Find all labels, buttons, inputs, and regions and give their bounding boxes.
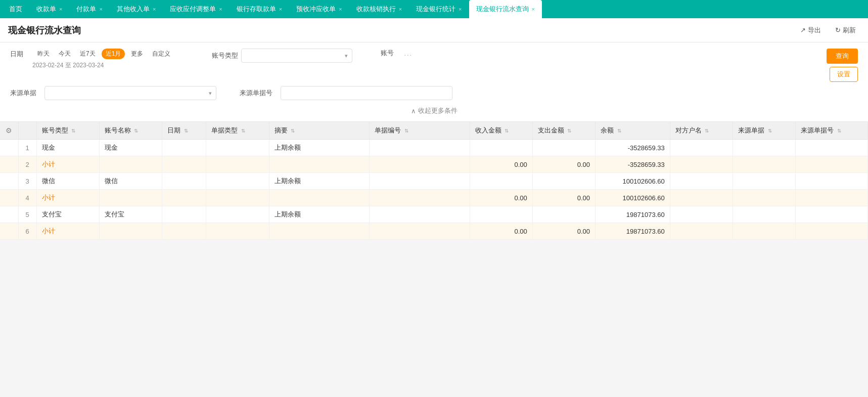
date-7days[interactable]: 近7天 [77,49,99,59]
nav-tab-stats[interactable]: 现金银行统计 × [409,0,469,18]
table-container: ⚙ 账号类型 ⇅ 账号名称 ⇅ 日期 ⇅ 单据类型 ⇅ [0,122,868,240]
close-icon[interactable]: × [532,0,535,18]
row-account-type: 现金 [36,140,99,156]
sort-icon[interactable]: ⇅ [837,128,841,134]
nav-tab-collection[interactable]: 收款核销执行 × [349,0,409,18]
date-label: 日期 [10,50,30,59]
row-balance: 100102606.60 [596,190,670,206]
row-counterparty [670,206,733,223]
row-counterparty [670,140,733,156]
account-type-select[interactable]: ▾ [241,49,352,63]
date-1month[interactable]: 近1月 [102,49,125,59]
date-shortcuts: 昨天 今天 近7天 近1月 更多 自定义 [34,49,173,59]
row-voucher-type [206,156,269,173]
row-index: 5 [18,206,36,223]
query-button[interactable]: 查询 [827,49,858,64]
row-index: 1 [18,140,36,156]
column-settings-button[interactable]: ⚙ [6,126,12,135]
close-icon[interactable]: × [219,0,222,18]
page-title: 现金银行流水查询 [8,24,81,36]
row-income: 0.00 [470,223,532,240]
table-row[interactable]: 4小计0.000.00100102606.60 [0,190,868,206]
sort-icon[interactable]: ⇅ [241,128,245,134]
nav-tab-shoukuan[interactable]: 收款单 × [29,0,69,18]
nav-tab-adjustment[interactable]: 应收应付调整单 × [163,0,229,18]
source-voucher-num-label: 来源单据号 [240,89,272,98]
sort-icon[interactable]: ⇅ [184,128,188,134]
source-voucher-select[interactable]: ▾ [44,86,216,100]
nav-tab-flowquery[interactable]: 现金银行流水查询 × [469,0,542,18]
table-row[interactable]: 2小计0.000.00-3528659.33 [0,156,868,173]
row-source-voucher-no [796,223,868,240]
row-income: 0.00 [470,156,532,173]
refresh-button[interactable]: ↻ 刷新 [831,24,860,37]
close-icon[interactable]: × [99,0,102,18]
row-summary: 上期余额 [269,206,370,223]
row-date [162,140,206,156]
row-balance: 19871073.60 [596,206,670,223]
row-source-voucher [733,140,795,156]
sort-icon[interactable]: ⇅ [505,128,509,134]
row-counterparty [670,156,733,173]
close-icon[interactable]: × [399,0,402,18]
row-account-name: 微信 [99,173,162,190]
sort-icon[interactable]: ⇅ [71,128,75,134]
sort-icon[interactable]: ⇅ [705,128,709,134]
date-yesterday[interactable]: 昨天 [34,49,53,59]
export-button[interactable]: ↗ 导出 [796,24,825,37]
row-date [162,206,206,223]
sort-icon[interactable]: ⇅ [617,128,621,134]
sort-icon[interactable]: ⇅ [404,128,408,134]
row-index: 3 [18,173,36,190]
date-more[interactable]: 更多 [128,49,146,59]
row-voucher-type [206,190,269,206]
row-gear-cell [0,190,18,206]
col-index [18,122,36,140]
row-counterparty [670,173,733,190]
row-voucher-type [206,223,269,240]
source-voucher-num-input[interactable] [281,86,452,100]
row-source-voucher-no [796,156,868,173]
sort-icon[interactable]: ⇅ [768,128,772,134]
settings-button[interactable]: 设置 [830,67,858,82]
nav-tab-bank-deposit[interactable]: 银行存取款单 × [230,0,289,18]
sort-icon[interactable]: ⇅ [567,128,571,134]
row-expense: 0.00 [532,190,595,206]
row-voucher-no [370,223,470,240]
col-account-name: 账号名称 ⇅ [99,122,162,140]
close-icon[interactable]: × [459,0,462,18]
table-row[interactable]: 3微信微信上期余额100102606.60 [0,173,868,190]
more-options-icon[interactable]: ... [404,50,413,57]
close-icon[interactable]: × [153,0,156,18]
nav-tab-prepaid[interactable]: 预收冲应收单 × [289,0,349,18]
nav-home[interactable]: 首页 [2,0,29,18]
close-icon[interactable]: × [59,0,62,18]
col-gear: ⚙ [0,122,18,140]
export-icon: ↗ [800,26,806,34]
close-icon[interactable]: × [339,0,342,18]
row-summary [269,156,370,173]
row-date [162,173,206,190]
chevron-up-icon: ∧ [411,107,416,115]
row-balance: -3528659.33 [596,156,670,173]
sort-icon[interactable]: ⇅ [134,128,138,134]
close-icon[interactable]: × [279,0,282,18]
nav-tab-fukuan[interactable]: 付款单 × [69,0,109,18]
date-today[interactable]: 今天 [56,49,74,59]
nav-tab-other-income[interactable]: 其他收入单 × [110,0,163,18]
col-voucher-type: 单据类型 ⇅ [206,122,269,140]
col-date: 日期 ⇅ [162,122,206,140]
row-voucher-type [206,140,269,156]
col-balance: 余额 ⇅ [596,122,670,140]
col-expense: 支出金额 ⇅ [532,122,595,140]
col-source-voucher-no: 来源单据号 ⇅ [796,122,868,140]
table-row[interactable]: 5支付宝支付宝上期余额19871073.60 [0,206,868,223]
collapse-bar[interactable]: ∧ 收起更多条件 [10,104,858,117]
row-income [470,173,532,190]
table-row[interactable]: 1现金现金上期余额-3528659.33 [0,140,868,156]
date-custom[interactable]: 自定义 [149,49,173,59]
header-actions: ↗ 导出 ↻ 刷新 [796,24,860,37]
row-income [470,206,532,223]
table-row[interactable]: 6小计0.000.0019871073.60 [0,223,868,240]
sort-icon[interactable]: ⇅ [291,128,295,134]
